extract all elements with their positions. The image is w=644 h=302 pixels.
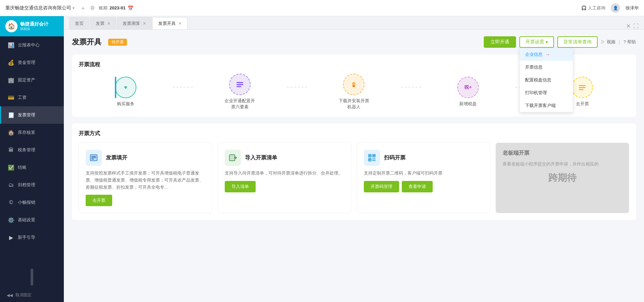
tab-close-kaijv[interactable]: ✕ (178, 21, 182, 26)
settings-button[interactable]: 开票设置 ▾ (519, 36, 554, 48)
step-newtax-label: 新增税盘 (459, 101, 477, 107)
scroll-indicator (31, 269, 33, 286)
step-indicator (115, 77, 116, 98)
sidebar-item-jichu[interactable]: ⚙️基础设置 (0, 211, 64, 229)
sidebar-item-jiezhang[interactable]: ✅结账 (0, 159, 64, 176)
step-download-label: 下载并安装开票机器人 (337, 98, 371, 110)
yunbao-icon: 📊 (8, 42, 14, 48)
qrcode-manage-button[interactable]: 开票码管理 (364, 181, 399, 192)
consult-button[interactable]: 🎧 人工咨询 (581, 5, 605, 11)
sidebar-item-gongzi[interactable]: 💳工资 (0, 89, 64, 106)
disabled-overlay: 跨期待 (496, 143, 629, 213)
step-buy-label: 购买服务 (117, 101, 134, 107)
gongzi-icon: 💳 (8, 95, 14, 101)
top-bar: 重庆畅捷交通信息咨询有限公司 ▾ ＋ ⚙ 账期 2023-01 📅 🎧 人工咨询… (0, 0, 644, 16)
logo-name: 畅捷通好会计 (20, 21, 48, 27)
fill-btn-group: 去开票 (86, 195, 205, 206)
avatar: 👤 (611, 3, 620, 13)
sidebar: 🏠 畅捷通好会计 旗舰版 📊云报表中心 💰资金管理 🏢固定资产 💳工资 🧾发票管… (0, 16, 64, 302)
guidang-icon: 🗂 (8, 182, 14, 188)
tab-fapiao-cesuan[interactable]: 发票测算 ✕ (117, 17, 152, 29)
tab-close-fapiao[interactable]: ✕ (107, 21, 111, 26)
sidebar-logo: 🏠 畅捷通好会计 旗舰版 (0, 16, 64, 36)
scan-icon (364, 150, 380, 166)
view-apply-button[interactable]: 查看申请 (402, 181, 433, 192)
step-download-icon (343, 74, 364, 95)
logo-icon: 🏠 (5, 20, 17, 32)
sidebar-item-gudingzichan[interactable]: 🏢固定资产 (0, 71, 64, 89)
fill-title: 发票填开 (106, 154, 127, 161)
fill-desc: 支持按照发票样式手工填开发票；可开具增值税电子普通发票、增值税普通发票、增值税专… (86, 170, 205, 191)
chevron-down-icon[interactable]: ▾ (73, 6, 75, 10)
tab-home[interactable]: 首页 (69, 17, 89, 29)
xinshou-icon: ▶ (8, 234, 14, 241)
period-label: 账期 (99, 5, 108, 11)
logo-text-block: 畅捷通好会计 旗舰版 (20, 21, 48, 32)
tab-close-cesuan[interactable]: ✕ (143, 21, 146, 26)
activate-button[interactable]: 立即开通 (484, 36, 516, 48)
connector-1 (173, 87, 193, 87)
dropdown-item-kaipiao[interactable]: 开票信息 (520, 61, 573, 74)
step-go-label: 去开票 (576, 101, 589, 107)
methods-grid: 发票填开 支持按照发票样式手工填开发票；可开具增值税电子普通发票、增值税普通发票… (79, 143, 629, 213)
sidebar-item-kucun[interactable]: 🏠库存核算 (0, 124, 64, 141)
svg-rect-2 (237, 82, 243, 83)
abnormal-button[interactable]: 异常清单查询 (557, 36, 598, 48)
svg-rect-9 (579, 87, 586, 88)
fill-go-button[interactable]: 去开票 (86, 195, 112, 206)
headset-icon: 🎧 (581, 5, 587, 10)
sidebar-item-xinshou[interactable]: ▶新手引导 (0, 229, 64, 246)
svg-rect-19 (369, 155, 371, 156)
help-button[interactable]: ? 帮助 (624, 39, 636, 45)
flow-step-config: 企业开通配置开票六要素 (193, 74, 287, 110)
tab-bar: 首页 发票 ✕ 发票测算 ✕ 发票开具 ✕ ✕ ⛶ (64, 16, 644, 30)
cancel-fixed-button[interactable]: ◀◀ 取消固定 (0, 288, 64, 302)
dropdown-item-peizhishuipan[interactable]: 配置税盘信息 (520, 74, 573, 86)
dropdown-item-xiazai[interactable]: 下载开票客户端 (520, 99, 573, 112)
dropdown-item-dayinji[interactable]: 打印机管理 (520, 86, 573, 99)
import-btn-group: 导入清单 (225, 181, 344, 192)
svg-rect-4 (237, 86, 241, 87)
sidebar-item-guidang[interactable]: 🗂归档管理 (0, 176, 64, 194)
step-config-label: 企业开通配置开票六要素 (223, 98, 257, 110)
svg-rect-23 (369, 159, 371, 160)
calendar-icon[interactable]: 📅 (128, 5, 133, 11)
dropdown-arrow-icon: ▾ (546, 39, 548, 45)
tab-fapiao[interactable]: 发票 ✕ (90, 17, 116, 29)
fapiao-icon: 🧾 (8, 112, 14, 118)
flow-step-buy: 购买服务 (79, 77, 173, 107)
maximize-tab-button[interactable]: ⛶ (633, 23, 639, 29)
svg-rect-24 (373, 158, 374, 159)
svg-rect-26 (373, 160, 374, 161)
methods-section: 开票方式 发票填开 支持按照发票样式手工填开发票；可开具增值税电子普通发票、增值… (72, 123, 636, 220)
settings-icon[interactable]: ⚙ (90, 5, 95, 11)
company-name: 重庆畅捷交通信息咨询有限公司 (5, 5, 71, 11)
method-import-header: 导入开票清单 (225, 150, 344, 166)
settings-dropdown-container: 开票设置 ▾ 企业信息 → 开票信息 配置税盘信息 打印机管理 (519, 36, 554, 48)
sidebar-item-zijin[interactable]: 💰资金管理 (0, 54, 64, 71)
svg-rect-6 (352, 85, 355, 86)
step-newtax-icon: 税+ (457, 77, 479, 98)
add-tab-button[interactable]: ＋ (80, 4, 86, 12)
sidebar-item-fapiao[interactable]: 🧾发票管理 (0, 106, 64, 124)
video-button[interactable]: ▷ 视频 (601, 39, 615, 45)
question-icon: ? (624, 39, 626, 44)
tab-fapiao-kaijv[interactable]: 发票开具 ✕ (153, 17, 187, 29)
step-go-icon (571, 77, 593, 98)
import-button[interactable]: 导入清单 (225, 181, 256, 192)
method-fill-header: 发票填开 (86, 150, 205, 166)
main-layout: 🏠 畅捷通好会计 旗舰版 📊云报表中心 💰资金管理 🏢固定资产 💳工资 🧾发票管… (0, 16, 644, 302)
svg-rect-21 (373, 155, 375, 156)
flow-step-download: 下载并安装开票机器人 (307, 74, 401, 110)
top-bar-right: 🎧 人工咨询 👤 徐泽华 (581, 3, 639, 13)
page-content: 发票开具 待开通 立即开通 开票设置 ▾ 企业信息 (64, 30, 644, 302)
method-scan-header: 扫码开票 (364, 150, 483, 166)
close-tab-button[interactable]: ✕ (626, 23, 631, 29)
methods-title: 开票方式 (79, 130, 629, 137)
sidebar-item-yunbao[interactable]: 📊云报表中心 (0, 36, 64, 54)
sidebar-item-shuiwu[interactable]: 🏛税务管理 (0, 141, 64, 159)
sidebar-item-xiaochang[interactable]: ©小畅报销 (0, 194, 64, 211)
dropdown-item-qiye[interactable]: 企业信息 → (520, 48, 573, 61)
svg-rect-7 (353, 86, 355, 87)
shuiwu-icon: 🏛 (8, 147, 14, 153)
